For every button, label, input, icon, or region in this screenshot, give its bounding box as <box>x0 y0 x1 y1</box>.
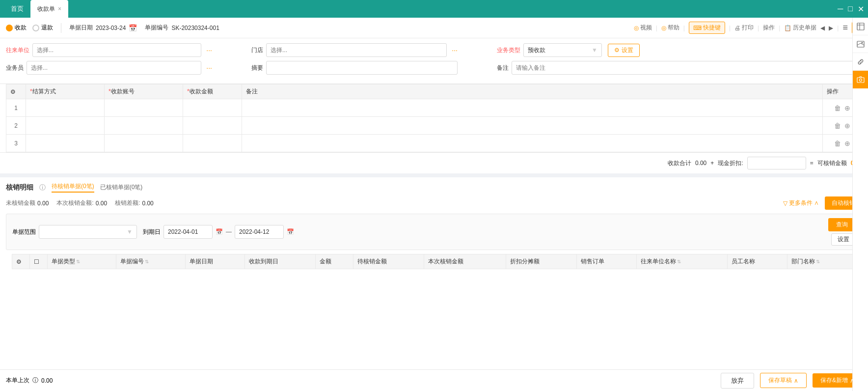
copy-row-3-btn[interactable]: ⊕ <box>843 139 851 148</box>
due-date-field: 到期日 📅 — 📅 <box>143 225 294 239</box>
table-row: 3 🗑 ⊕ <box>6 135 862 152</box>
counterparty-label: 往来单位 <box>6 46 29 55</box>
window-close-icon[interactable]: ✕ <box>858 4 864 14</box>
due-date-to-input[interactable] <box>235 225 284 239</box>
sidebar-image-icon[interactable] <box>853 35 868 53</box>
settlement-input-2[interactable] <box>26 117 104 134</box>
svg-point-8 <box>859 79 862 82</box>
help-link[interactable]: ◎ 帮助 <box>661 24 679 32</box>
refund-radio[interactable]: 退款 <box>32 24 53 32</box>
current-hexiao-header: 本次核销金额 <box>424 254 506 269</box>
tab-close-icon[interactable]: × <box>58 5 61 12</box>
current-verify-label: 本次核销金额: <box>56 199 93 207</box>
account-cell-3[interactable] <box>105 135 183 152</box>
verifiable-amount-label: 可核销金额 <box>817 159 847 168</box>
staff-more-icon[interactable]: ··· <box>206 64 212 72</box>
summary-input[interactable] <box>266 61 458 75</box>
copy-row-2-btn[interactable]: ⊕ <box>843 121 851 131</box>
history-link[interactable]: 📋 历史单据 <box>784 24 816 32</box>
account-cell-1[interactable] <box>105 99 183 117</box>
shortcut-link[interactable]: ⌨ 快捷键 <box>689 22 725 34</box>
store-field: 门店 ··· <box>251 43 458 57</box>
form-row-2: 业务员 ··· 摘要 备注 <box>6 61 862 75</box>
active-tab[interactable]: 收款单 × <box>30 0 68 18</box>
completed-tab[interactable]: 已核销单据(0笔) <box>100 183 143 192</box>
pending-tab[interactable]: 待核销单据(0笔) <box>52 182 94 193</box>
next-icon[interactable]: ▶ <box>829 25 833 31</box>
query-btn[interactable]: 查询 <box>828 218 856 231</box>
remarks-cell-2[interactable] <box>242 117 823 135</box>
remarks-input-3[interactable] <box>242 135 822 152</box>
settlement-cell-2[interactable] <box>26 117 105 135</box>
biz-type-select[interactable]: 预收款 ▼ <box>523 43 602 57</box>
video-link[interactable]: ◎ 视频 <box>634 24 652 32</box>
amount-cell-1[interactable] <box>183 99 242 117</box>
footer-info-icon[interactable]: ⓘ <box>32 376 38 385</box>
delete-row-3-btn[interactable]: 🗑 <box>833 139 842 148</box>
list-icon[interactable]: ≡ <box>842 23 848 33</box>
settlement-cell-1[interactable] <box>26 99 105 117</box>
save-draft-btn[interactable]: 保存草稿 ∧ <box>760 373 807 388</box>
voucher-date-header: 单据日期 <box>185 254 245 269</box>
settlement-cell-3[interactable] <box>26 135 105 152</box>
prev-icon[interactable]: ◀ <box>820 25 825 31</box>
amount-input-2[interactable] <box>183 117 242 134</box>
due-date-from-input[interactable] <box>163 225 213 239</box>
hexiao-header: 核销明细 ⓘ 待核销单据(0笔) 已核销单据(0笔) <box>6 182 862 193</box>
counterparty-input[interactable] <box>32 43 201 57</box>
table-gear-header[interactable]: ⚙ <box>6 84 26 99</box>
date-value: 2023-03-24 <box>96 25 126 31</box>
more-conditions-btn[interactable]: ▽ 更多条件 ∧ <box>783 199 819 207</box>
bottom-gear-header[interactable]: ⚙ <box>12 254 30 269</box>
cash-discount-input[interactable] <box>747 157 806 169</box>
diff-item: 核销差额: 0.00 <box>115 199 154 207</box>
summary-field: 摘要 <box>251 61 458 75</box>
amount-input-1[interactable] <box>183 99 242 116</box>
svg-line-5 <box>861 43 864 45</box>
account-input-3[interactable] <box>105 135 183 152</box>
remarks-cell-1[interactable] <box>242 99 823 117</box>
settlement-input-3[interactable] <box>26 135 104 152</box>
sidebar-table-icon[interactable] <box>853 18 868 35</box>
voucher-range-select[interactable]: ▼ <box>39 225 137 239</box>
hexiao-info-icon[interactable]: ⓘ <box>39 183 46 192</box>
remarks-cell-3[interactable] <box>242 135 823 152</box>
print-link[interactable]: 🖨 打印 <box>734 24 754 32</box>
right-sidebar <box>852 18 868 391</box>
date-separator: — <box>226 228 232 235</box>
remarks-input[interactable] <box>512 61 862 75</box>
remarks-input-1[interactable] <box>242 99 822 116</box>
account-cell-2[interactable] <box>105 117 183 135</box>
sidebar-link-icon[interactable] <box>853 53 868 71</box>
staff-input[interactable] <box>27 61 201 75</box>
receipt-due-header: 收款到期日 <box>245 254 316 269</box>
account-input-2[interactable] <box>105 117 183 134</box>
svg-rect-0 <box>857 23 864 30</box>
account-input-1[interactable] <box>105 99 183 116</box>
calendar-icon[interactable]: 📅 <box>129 24 137 32</box>
amount-cell-3[interactable] <box>183 135 242 152</box>
receipt-radio[interactable]: 收款 <box>6 24 27 32</box>
receipt-amount-header: *收款金额 <box>183 84 242 99</box>
window-max-icon[interactable]: □ <box>848 4 853 13</box>
abandon-btn[interactable]: 放弃 <box>721 373 754 389</box>
store-more-icon[interactable]: ··· <box>452 46 458 54</box>
home-tab[interactable]: 首页 <box>4 0 30 18</box>
operation-link[interactable]: 操作 <box>763 24 775 32</box>
amount-cell-2[interactable] <box>183 117 242 135</box>
date-to-icon[interactable]: 📅 <box>287 228 294 235</box>
delete-row-1-btn[interactable]: 🗑 <box>833 103 842 113</box>
bottom-checkbox-header[interactable]: ☐ <box>30 254 48 269</box>
store-input[interactable] <box>266 43 447 57</box>
window-min-icon[interactable]: ─ <box>838 4 843 13</box>
sidebar-camera-icon[interactable] <box>853 71 868 88</box>
settlement-input-1[interactable] <box>26 99 104 116</box>
date-from-icon[interactable]: 📅 <box>216 228 223 235</box>
remarks-input-2[interactable] <box>242 117 822 134</box>
delete-row-2-btn[interactable]: 🗑 <box>833 121 842 131</box>
due-date-label: 到期日 <box>143 228 161 236</box>
settings-button[interactable]: ⚙ 设置 <box>608 44 640 57</box>
counterparty-more-icon[interactable]: ··· <box>206 46 212 54</box>
amount-input-3[interactable] <box>183 135 242 152</box>
copy-row-1-btn[interactable]: ⊕ <box>843 103 851 113</box>
